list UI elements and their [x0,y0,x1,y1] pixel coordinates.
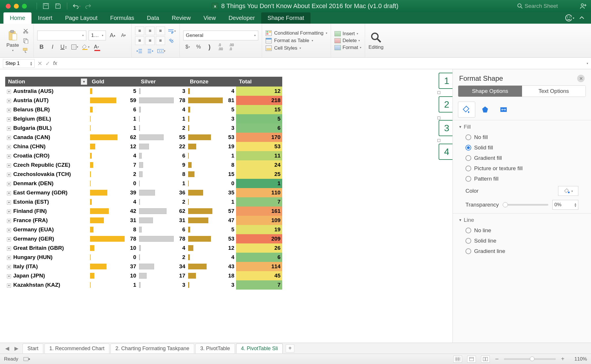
close-window-button[interactable] [6,4,11,9]
expand-formula-bar-icon[interactable]: ▾ [587,62,588,65]
zoom-value[interactable]: 110% [570,356,587,362]
tab-page-layout[interactable]: Page Layout [59,12,104,24]
zoom-slider[interactable] [504,358,556,360]
table-row[interactable]: +Croatia (CRO)46111 [5,151,282,160]
search-sheet[interactable] [517,3,571,9]
page-break-view-icon[interactable] [481,356,490,363]
expand-icon[interactable]: + [7,136,11,140]
table-row[interactable]: +Japan (JPN)10171845 [5,271,282,280]
borders-button[interactable]: ▾ [70,43,79,51]
fill-color-button[interactable]: ▾ [81,43,90,51]
font-size-dropdown[interactable]: 1…▾ [89,31,106,40]
table-row[interactable]: +Finland (FIN)426257161 [5,207,282,216]
font-name-dropdown[interactable]: ▾ [37,31,86,40]
expand-icon[interactable]: + [7,191,11,195]
accept-formula-icon[interactable]: ✓ [45,60,50,67]
page-layout-view-icon[interactable] [467,356,476,363]
table-row[interactable]: +Great Britain (GBR)1041226 [5,243,282,253]
delete-cells-button[interactable]: Delete▾ [334,38,361,44]
orientation-icon[interactable]: ab [166,35,177,46]
transparency-input[interactable]: 0%▴▾ [552,200,578,210]
expand-icon[interactable]: + [7,228,11,232]
expand-icon[interactable]: + [7,173,11,177]
prev-sheet-icon[interactable]: ◀ [4,345,10,352]
table-row[interactable]: +Italy (ITA)373443114 [5,262,282,271]
shape-step-4[interactable]: 4 [439,144,452,160]
alignment-grid[interactable]: ≡≡≡ ≡≡≡ [135,27,165,45]
filter-icon[interactable]: ▾ [81,78,87,85]
comma-icon[interactable]: ) [205,43,214,51]
percent-icon[interactable]: % [194,43,203,51]
fill-line-category-icon[interactable] [458,102,475,118]
expand-icon[interactable]: + [7,210,11,214]
expand-icon[interactable]: + [7,182,11,186]
table-row[interactable]: +Belarus (BLR)64515 [5,105,282,114]
merge-center-icon[interactable]: ▾ [157,47,166,55]
expand-icon[interactable]: + [7,90,11,94]
decrease-font-icon[interactable]: A▾ [119,32,128,39]
tab-insert[interactable]: Insert [31,12,59,24]
share-icon[interactable] [578,2,588,10]
tab-data[interactable]: Data [141,12,165,24]
conditional-formatting-button[interactable]: Conditional Formatting▾ [265,30,327,36]
column-header-bronze[interactable]: Bronze [187,77,236,87]
sheet-tab[interactable]: Start [23,344,43,353]
tab-shape-format[interactable]: Shape Format [261,12,311,24]
sheet-tab[interactable]: 1. Recommended Chart [44,344,109,353]
zoom-in-icon[interactable]: + [561,356,564,362]
tab-developer[interactable]: Developer [222,12,261,24]
column-header-total[interactable]: Total [236,77,282,87]
table-row[interactable]: +Austria (AUT)597881218 [5,96,282,105]
maximize-window-button[interactable] [22,4,27,9]
name-box[interactable]: Step 1▴▾ [3,59,35,68]
redo-icon[interactable] [83,2,93,10]
table-row[interactable]: +Czechoslovakia (TCH)281525 [5,170,282,179]
selection-handles[interactable] [437,91,452,142]
fill-option-pattern-fill[interactable]: Pattern fill [465,176,585,182]
increase-indent-icon[interactable] [146,47,155,55]
search-input[interactable] [525,3,571,9]
fill-option-gradient-fill[interactable]: Gradient fill [465,155,585,161]
increase-font-icon[interactable]: A▴ [108,32,117,39]
fx-icon[interactable]: fx [53,60,57,66]
italic-button[interactable]: I [48,43,57,51]
increase-decimal-icon[interactable]: .0.00 [216,43,225,51]
tab-text-options[interactable]: Text Options [522,86,586,97]
sheet-tab[interactable]: 3. PivotTable [195,344,235,353]
next-sheet-icon[interactable]: ▶ [13,345,20,352]
table-row[interactable]: +Hungary (HUN)0246 [5,253,282,262]
transparency-slider[interactable] [503,204,548,206]
table-row[interactable]: +Denmark (DEN)0101 [5,179,282,188]
tab-formulas[interactable]: Formulas [104,12,141,24]
table-row[interactable]: +Estonia (EST)4217 [5,197,282,207]
tab-home[interactable]: Home [3,12,31,24]
table-row[interactable]: +Germany (GER)787853209 [5,234,282,243]
close-pane-icon[interactable]: ✕ [577,75,585,82]
fill-section-header[interactable]: ▼Fill [459,124,585,130]
worksheet-area[interactable]: Nation▾GoldSilverBronzeTotal +Australia … [0,69,452,343]
sheet-tab[interactable]: 4. PivotTable Sli [236,344,283,353]
column-header-nation[interactable]: Nation▾ [5,77,89,87]
fill-option-solid-fill[interactable]: Solid fill [465,145,585,151]
expand-icon[interactable]: + [7,274,11,278]
normal-view-icon[interactable] [453,356,462,363]
zoom-out-icon[interactable]: − [495,355,499,363]
expand-icon[interactable]: + [7,237,11,241]
expand-icon[interactable]: + [7,256,11,260]
line-option-solid-line[interactable]: Solid line [465,238,585,244]
fill-option-picture-or-texture-fill[interactable]: Picture or texture fill [465,165,585,172]
expand-icon[interactable]: + [7,200,11,204]
column-header-gold[interactable]: Gold [89,77,138,87]
line-option-no-line[interactable]: No line [465,227,585,234]
table-row[interactable]: +East Germany (GDR)393635110 [5,188,282,197]
expand-icon[interactable]: + [7,154,11,158]
insert-cells-button[interactable]: Insert▾ [334,31,361,37]
save-icon[interactable] [53,2,63,10]
sheet-tab[interactable]: 2. Charting Formating Taskpane [111,344,194,353]
collapse-ribbon-icon[interactable] [577,13,586,22]
line-option-gradient-line[interactable]: Gradient line [465,248,585,254]
macro-record-icon[interactable] [23,357,30,362]
tab-view[interactable]: View [197,12,222,24]
cut-icon[interactable] [21,27,30,35]
table-row[interactable]: +Kazakhstan (KAZ)1337 [5,280,282,290]
